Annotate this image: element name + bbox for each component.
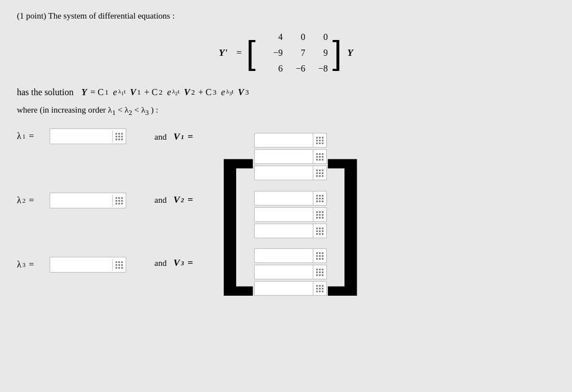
lambda3-row: λ3 = (17, 257, 131, 273)
v2-icon3[interactable] (313, 224, 327, 238)
v2-inputs (254, 191, 327, 243)
cell-0-1: 0 (294, 32, 305, 42)
v3-input2[interactable] (254, 265, 313, 279)
v2-row3 (254, 224, 327, 238)
cell-1-2: 9 (317, 48, 328, 58)
v3-row2 (254, 265, 327, 279)
v3-icon3[interactable] (313, 281, 327, 296)
v3-row3 (254, 281, 327, 296)
lambda2-row: λ2 = (17, 193, 131, 208)
and1-label: and (154, 132, 167, 142)
middle-section: and V1 = and V2 = and V3 = (148, 130, 196, 270)
lambda1-input[interactable] (50, 129, 112, 144)
v1-inputs (254, 133, 327, 185)
v3-row1 (254, 248, 327, 263)
and3-label: and (154, 259, 167, 268)
y-prime-label: Y' (219, 47, 227, 59)
cell-2-2: −8 (317, 64, 328, 74)
y-label: Y (347, 47, 353, 59)
all-vector-inputs (254, 128, 327, 300)
v3-icon2[interactable] (313, 265, 327, 279)
lambda1-row: λ1 = (17, 128, 131, 144)
lambda3-grid-icon[interactable] (112, 259, 126, 271)
main-layout: λ1 = λ2 = (17, 128, 555, 300)
lambda2-grid-icon[interactable] (112, 195, 126, 207)
v2-row1 (254, 191, 327, 206)
v2-input3[interactable] (254, 224, 313, 238)
lambda2-input-group[interactable] (50, 193, 126, 208)
bracket-left: [ (246, 36, 256, 70)
matrix-bracket-wrap: [ 4 0 0 −9 7 9 6 −6 −8 ] (246, 29, 342, 77)
matrix-grid: 4 0 0 −9 7 9 6 −6 −8 (256, 29, 332, 77)
cell-2-0: 6 (272, 64, 283, 74)
cell-0-2: 0 (317, 32, 328, 42)
v1-icon1[interactable] (313, 133, 327, 148)
v1-icon2[interactable] (313, 149, 327, 164)
v2-row2 (254, 207, 327, 222)
v3-inputs (254, 248, 327, 296)
bracket-right: ] (332, 36, 342, 70)
cell-1-1: 7 (294, 48, 305, 58)
left-section: λ1 = λ2 = (17, 128, 131, 283)
problem-title: (1 point) The system of differential equ… (17, 11, 555, 21)
cell-0-0: 4 (272, 32, 283, 42)
v2-label: V2 = (174, 194, 193, 206)
lambda1-input-group[interactable] (50, 128, 126, 144)
v2-input1[interactable] (254, 191, 313, 206)
cell-1-0: −9 (272, 48, 283, 58)
matrix-section: Y' = [ 4 0 0 −9 7 9 6 −6 −8 ] Y (17, 29, 555, 77)
v1-label: V1 = (174, 131, 193, 142)
has-solution-text: has the solution (17, 87, 73, 97)
v1-input1[interactable] (254, 133, 313, 148)
lambda3-input-group[interactable] (50, 257, 126, 273)
right-section: [ (213, 128, 367, 300)
and2-label: and (154, 195, 167, 205)
lambda3-input[interactable] (50, 257, 112, 272)
v3-input1[interactable] (254, 248, 313, 263)
v2-input2[interactable] (254, 207, 313, 222)
cell-2-1: −6 (294, 64, 305, 74)
v3-icon1[interactable] (313, 248, 327, 263)
equals-sign: = (236, 47, 242, 59)
lambda1-label: λ1 = (17, 131, 45, 141)
lambda3-label: λ3 = (17, 260, 45, 270)
lambda2-input[interactable] (50, 193, 112, 208)
v3-label: V3 = (174, 257, 193, 269)
v1-row2 (254, 149, 327, 164)
v1-input3[interactable] (254, 166, 313, 180)
solution-line: has the solution Y = C1 eλ1t V1 + C2 eλ2… (17, 87, 555, 97)
where-line: where (in increasing order λ1 < λ2 < λ3 … (17, 105, 555, 117)
v1-row1 (254, 133, 327, 148)
v2-icon2[interactable] (313, 207, 327, 222)
v2-icon1[interactable] (313, 191, 327, 206)
big-bracket-right: ] (327, 128, 367, 300)
v1-input2[interactable] (254, 149, 313, 164)
big-bracket-left: [ (213, 128, 254, 300)
lambda2-label: λ2 = (17, 195, 45, 206)
lambda1-grid-icon[interactable] (112, 131, 126, 142)
v1-row3 (254, 166, 327, 180)
v3-input3[interactable] (254, 281, 313, 296)
v1-icon3[interactable] (313, 166, 327, 180)
